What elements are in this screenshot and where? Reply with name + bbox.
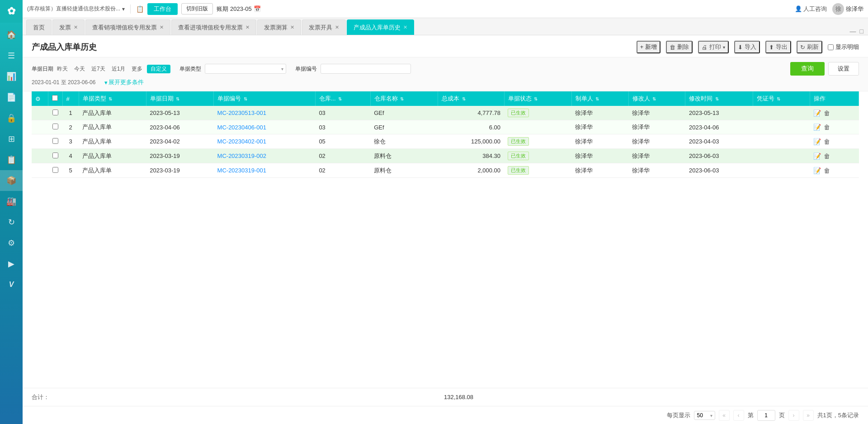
row-checkbox[interactable] xyxy=(52,138,58,144)
help-button[interactable]: 👤 人工咨询 xyxy=(795,5,827,13)
worktable-button[interactable]: 工作台 xyxy=(147,3,178,15)
status-badge: 已生效 xyxy=(508,137,529,146)
row-number-cell[interactable]: MC-20230319-001 xyxy=(214,163,316,178)
refresh-button[interactable]: ↻ 刷新 xyxy=(797,41,822,53)
row-delete-icon[interactable]: 🗑 xyxy=(824,152,830,160)
col-creator[interactable]: 制单人 ⇅ xyxy=(571,91,628,106)
minimize-icon[interactable]: — xyxy=(850,28,856,35)
tab-purchase-invoice-close[interactable]: ✕ xyxy=(245,24,250,30)
row-edit-icon[interactable]: 📝 xyxy=(813,138,821,145)
row-number-cell[interactable]: MC-20230513-001 xyxy=(214,106,316,120)
row-edit-icon[interactable]: 📝 xyxy=(813,124,821,131)
row-edit-icon[interactable]: 📝 xyxy=(813,110,821,117)
tab-invoice-open[interactable]: 发票开具 ✕ xyxy=(302,19,346,35)
tab-invoice-calc[interactable]: 发票测算 ✕ xyxy=(257,19,301,35)
row-edit-icon[interactable]: 📝 xyxy=(813,152,821,160)
row-number-cell[interactable]: MC-20230406-001 xyxy=(214,120,316,134)
row-checkbox[interactable] xyxy=(52,124,58,129)
print-button[interactable]: 🖨 打印 xyxy=(698,41,729,53)
col-type[interactable]: 单据类型 ⇅ xyxy=(79,91,146,106)
sidebar-item-document[interactable]: ☰ xyxy=(0,45,23,66)
set-button[interactable]: 设置 xyxy=(828,62,859,76)
row-edit-icon[interactable]: 📝 xyxy=(813,167,821,174)
sidebar-item-v[interactable]: V xyxy=(0,274,23,295)
row-checkbox[interactable] xyxy=(52,110,58,115)
col-voucher[interactable]: 凭证号 ⇅ xyxy=(753,91,810,106)
row-checkbox[interactable] xyxy=(52,167,58,173)
page-size-select[interactable]: 50 100 200 xyxy=(694,411,715,420)
sidebar-item-chart[interactable]: 📊 xyxy=(0,66,23,87)
tab-product-history[interactable]: 产成品入库单历史 ✕ xyxy=(347,19,414,35)
page-input[interactable] xyxy=(757,410,775,421)
sidebar-item-report[interactable]: 📋 xyxy=(0,149,23,170)
tab-invoice-calc-close[interactable]: ✕ xyxy=(290,24,294,30)
row-checkbox[interactable] xyxy=(52,152,58,158)
date-option-today[interactable]: 今天 xyxy=(72,65,87,73)
tab-home[interactable]: 首页 xyxy=(26,19,52,35)
tab-invoice-close[interactable]: ✕ xyxy=(74,24,78,30)
tab-purchase-invoice[interactable]: 查看进项增值税专用发票 ✕ xyxy=(171,19,256,35)
date-option-1month[interactable]: 近1月 xyxy=(110,65,127,73)
row-delete-icon[interactable]: 🗑 xyxy=(824,138,830,145)
sidebar-item-warehouse[interactable]: 🏭 xyxy=(0,191,23,212)
tab-sales-invoice[interactable]: 查看销项增值税专用发票 ✕ xyxy=(85,19,170,35)
row-cost-cell: 125,000.00 xyxy=(438,134,505,149)
delete-button[interactable]: 🗑 删除 xyxy=(666,41,693,53)
new-button[interactable]: + 新增 xyxy=(637,41,660,53)
first-page-button[interactable]: « xyxy=(719,410,730,421)
sidebar-item-invoice[interactable]: 📄 xyxy=(0,87,23,108)
user-menu[interactable]: 徐 徐泽华 xyxy=(832,3,863,15)
tab-product-history-close[interactable]: ✕ xyxy=(403,24,407,30)
row-delete-icon[interactable]: 🗑 xyxy=(824,167,830,174)
number-input[interactable] xyxy=(321,64,411,74)
tab-invoice[interactable]: 发票 ✕ xyxy=(52,19,85,35)
col-warehouse-name[interactable]: 仓库名称 ⇅ xyxy=(370,91,438,106)
tab-sales-invoice-close[interactable]: ✕ xyxy=(160,24,164,30)
date-option-more[interactable]: 更多 xyxy=(130,65,144,73)
col-warehouse-code[interactable]: 仓库... ⇅ xyxy=(315,91,370,106)
col-modify-time[interactable]: 修改时间 ⇅ xyxy=(685,91,753,106)
import-button[interactable]: ⬇ 导入 xyxy=(734,41,760,53)
calendar-icon[interactable]: 📅 xyxy=(254,5,261,12)
col-settings[interactable]: ⚙ xyxy=(32,91,48,106)
select-all-checkbox[interactable] xyxy=(52,95,58,101)
switch-version-button[interactable]: 切到旧版 xyxy=(181,3,213,14)
date-option-custom[interactable]: 自定义 xyxy=(147,65,170,73)
col-number[interactable]: 单据编号 ⇅ xyxy=(214,91,316,106)
sidebar-item-box[interactable]: 📦 xyxy=(0,170,23,191)
row-delete-icon[interactable]: 🗑 xyxy=(824,124,830,131)
prev-page-button[interactable]: ‹ xyxy=(733,410,744,421)
row-creator-cell: 徐泽华 xyxy=(571,163,628,178)
type-select[interactable] xyxy=(205,64,286,74)
export-button[interactable]: ⬆ 导出 xyxy=(765,41,791,53)
date-option-7days[interactable]: 近7天 xyxy=(90,65,107,73)
row-cost-cell: 6.00 xyxy=(438,120,505,134)
sidebar-item-play[interactable]: ▶ xyxy=(0,253,23,274)
col-modifier[interactable]: 修改人 ⇅ xyxy=(628,91,685,106)
last-page-button[interactable]: » xyxy=(803,410,814,421)
sidebar-item-home[interactable]: 🏠 xyxy=(0,24,23,45)
company-selector[interactable]: (库存核算）直播轻捷通信息技术股份... ▾ xyxy=(27,5,125,13)
maximize-icon[interactable]: □ xyxy=(860,28,863,35)
query-button[interactable]: 查询 xyxy=(790,62,825,76)
row-number-cell[interactable]: MC-20230402-001 xyxy=(214,134,316,149)
row-number-cell[interactable]: MC-20230319-002 xyxy=(214,149,316,163)
col-status[interactable]: 单据状态 ⇅ xyxy=(504,91,571,106)
company-dropdown-icon[interactable]: ▾ xyxy=(122,6,125,12)
sidebar-item-gear[interactable]: ⚙ xyxy=(0,233,23,253)
col-total-cost[interactable]: 总成本 ⇅ xyxy=(438,91,505,106)
show-detail-checkbox[interactable] xyxy=(828,44,834,50)
sidebar-item-lock[interactable]: 🔒 xyxy=(0,108,23,129)
sidebar-item-refresh[interactable]: ↻ xyxy=(0,212,23,233)
date-option-yesterday[interactable]: 昨天 xyxy=(55,65,70,73)
sort-wname-icon: ⇅ xyxy=(400,96,404,101)
row-delete-icon[interactable]: 🗑 xyxy=(824,110,830,117)
window-controls: — □ xyxy=(850,28,868,35)
tab-invoice-open-close[interactable]: ✕ xyxy=(335,24,339,30)
col-date[interactable]: 单据日期 ⇅ xyxy=(146,91,213,106)
next-page-button[interactable]: › xyxy=(788,410,799,421)
sidebar-item-grid[interactable]: ⊞ xyxy=(0,129,23,149)
expand-filter-button[interactable]: ▾ 展开更多条件 xyxy=(104,78,144,86)
copy-icon[interactable]: 📋 xyxy=(136,5,144,13)
row-type-cell: 产品入库单 xyxy=(79,149,146,163)
